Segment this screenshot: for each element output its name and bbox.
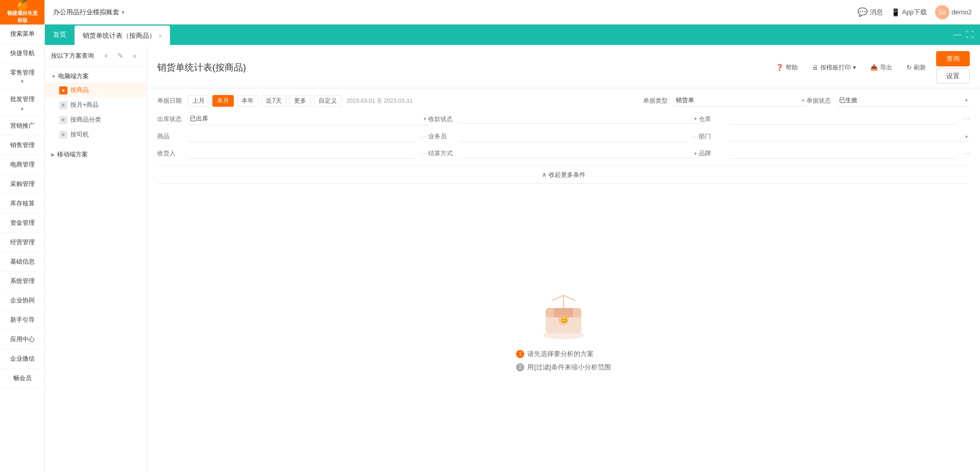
maximize-icon[interactable]: ⛶: [966, 30, 974, 39]
sidebar-item-13[interactable]: 企业协同: [0, 291, 44, 311]
sidebar-item-9[interactable]: 资金管理: [0, 214, 44, 233]
help-btn[interactable]: ❓ 帮助: [772, 61, 802, 74]
outstatus-dropdown-icon: ▾: [424, 116, 426, 122]
sidebar-item-3[interactable]: 批发管理▲: [0, 90, 44, 116]
date-7-btn[interactable]: 近7天: [261, 95, 286, 107]
sidebar-item-5[interactable]: 销售管理: [0, 136, 44, 155]
export-icon: 📤: [870, 64, 878, 71]
sidebar-item-0[interactable]: 搜索菜单: [0, 25, 44, 44]
help-label: 帮助: [786, 63, 798, 72]
edit-scheme-btn[interactable]: ✎: [115, 50, 126, 61]
print-dropdown-icon[interactable]: ▾: [853, 64, 856, 71]
collapse-icon: ∧: [542, 171, 547, 178]
filter-docstatus-select[interactable]: 已生效 ▾: [837, 95, 970, 107]
filter-receiver-input[interactable]: [188, 148, 415, 159]
date-cur-btn[interactable]: 本月: [212, 95, 234, 107]
app-download-btn[interactable]: 📱 App下载: [891, 8, 927, 17]
tab-close-icon[interactable]: ×: [159, 33, 162, 39]
refresh-btn[interactable]: ↻ 刷新: [902, 61, 930, 74]
sidebar-item-10[interactable]: 经营管理: [0, 233, 44, 252]
tab-home[interactable]: 首页: [45, 25, 75, 45]
filter-dept-select[interactable]: ▾: [729, 132, 970, 141]
goods-more-btn[interactable]: ···: [421, 132, 428, 141]
tree-item-2[interactable]: ≡按商品分类: [45, 112, 146, 127]
topbar-dropdown-icon[interactable]: ▾: [121, 9, 125, 16]
tree-arrow-mobile: ▶: [51, 152, 55, 157]
tree-group-mobile-header[interactable]: ▶ 移动端方案: [45, 148, 146, 161]
staff-more-btn[interactable]: ···: [692, 132, 699, 141]
tree-arrow-pc: ▼: [51, 74, 56, 79]
filter-payment-select[interactable]: ▾: [459, 149, 699, 158]
sidebar-item-7[interactable]: 采购管理: [0, 175, 44, 194]
refresh-label: 刷新: [914, 63, 926, 72]
receiptstatus-dropdown-icon: ▾: [694, 116, 697, 122]
filter-goods-label: 商品: [157, 132, 184, 141]
docstatus-dropdown-icon: ▾: [965, 98, 968, 103]
export-btn[interactable]: 📤 导出: [866, 61, 896, 74]
tab-active[interactable]: 销货单统计表（按商品） ×: [75, 26, 170, 46]
tree-item-0[interactable]: ●按商品: [45, 83, 146, 98]
collapse-panel-btn[interactable]: «: [129, 50, 140, 61]
date-more-btn[interactable]: 更多: [289, 95, 311, 107]
empty-hint-2-text: 用[过滤]条件来缩小分析范围: [527, 363, 610, 372]
export-label: 导出: [880, 63, 892, 72]
sidebar-item-11[interactable]: 基础信息: [0, 252, 44, 272]
filter-doctype-field: 单据类型 销货单 ▾: [643, 95, 806, 107]
filter-docstatus-label: 单据状态: [806, 97, 833, 105]
print-icon: 🖨: [812, 64, 818, 71]
logo-icon: 🍊: [17, 1, 28, 10]
print-btn[interactable]: 🖨 按模板打印 ▾: [808, 61, 860, 74]
date-year-btn[interactable]: 本年: [237, 95, 258, 107]
date-range-text: 2023-03-01 至 2023-03-31: [347, 97, 413, 105]
topbar-title: 办公用品行业模拟账套 ▾: [53, 8, 125, 17]
sidebar-item-17[interactable]: 畅会员: [0, 369, 44, 388]
page-header: 销货单统计表(按商品) ❓ 帮助 🖨 按模板打印 ▾ 📤: [147, 45, 980, 88]
filter-goods-input[interactable]: [188, 131, 415, 142]
tree-item-3[interactable]: ≡按司机: [45, 127, 146, 142]
sidebar-item-label-3: 批发管理: [10, 95, 35, 104]
query-button[interactable]: 查询: [936, 51, 970, 66]
sidebar-item-15[interactable]: 应用中心: [0, 330, 44, 349]
minimize-icon[interactable]: —: [953, 30, 962, 39]
empty-hint-2: 2 用[过滤]条件来缩小分析范围: [516, 363, 610, 372]
tree-group-pc-header[interactable]: ▼ 电脑端方案: [45, 70, 146, 83]
sidebar-item-1[interactable]: 快捷导航: [0, 44, 44, 63]
sidebar-item-label-7: 采购管理: [10, 180, 35, 188]
warehouse-more-btn[interactable]: ···: [963, 114, 970, 124]
sidebar-item-6[interactable]: 电商管理: [0, 155, 44, 175]
topbar-title-text: 办公用品行业模拟账套: [53, 8, 119, 17]
sidebar-item-4[interactable]: 营销推广: [0, 116, 44, 136]
collapse-btn[interactable]: ∧ 收起更多条件: [542, 171, 585, 179]
filter-brand-input[interactable]: [729, 148, 957, 159]
tree-group-mobile-label: 移动端方案: [57, 150, 88, 159]
add-scheme-btn[interactable]: +: [101, 50, 112, 61]
filter-warehouse-input[interactable]: [729, 114, 957, 125]
filter-doctype-select[interactable]: 销货单 ▾: [674, 95, 806, 107]
sidebar-item-8[interactable]: 库存核算: [0, 194, 44, 214]
sidebar-item-14[interactable]: 新手引导: [0, 311, 44, 330]
settings-button[interactable]: 设置: [936, 68, 970, 84]
date-prev-btn[interactable]: 上月: [188, 95, 209, 107]
app-logo: 🍊 畅捷通好生意 标版: [0, 0, 44, 25]
message-btn[interactable]: 💬 消息: [857, 7, 883, 17]
sidebar-item-2[interactable]: 零售管理▼: [0, 63, 44, 90]
tree-item-1[interactable]: ≡按月+商品: [45, 98, 146, 112]
tree-item-label-3: 按司机: [70, 130, 89, 139]
sidebar-item-12[interactable]: 系统管理: [0, 272, 44, 291]
filter-receiptstatus-select[interactable]: ▾: [459, 114, 699, 124]
empty-area: 😊 1 请先选择要分析的方案 2 用[过滤]条件来缩小分析范围: [147, 190, 980, 473]
filter-staff-input[interactable]: [459, 131, 686, 142]
tree-item-label-0: 按商品: [70, 86, 89, 95]
filter-outstatus-select[interactable]: 已出库 ▾: [188, 113, 428, 125]
filter-staff-field: 业务员 ···: [428, 131, 699, 142]
svg-text:😊: 😊: [560, 316, 568, 324]
logo-subtext: 标版: [17, 17, 28, 24]
sidebar-item-arrow-2: ▼: [20, 79, 25, 84]
user-menu[interactable]: Ea demo2: [935, 5, 972, 19]
tree-group-pc: ▼ 电脑端方案 ●按商品≡按月+商品≡按商品分类≡按司机: [45, 67, 146, 145]
brand-more-btn[interactable]: ···: [963, 149, 970, 158]
sidebar-item-16[interactable]: 企业微信: [0, 349, 44, 369]
receiver-more-btn[interactable]: ···: [421, 149, 428, 158]
refresh-icon: ↻: [906, 64, 912, 71]
date-custom-btn[interactable]: 自定义: [314, 95, 341, 107]
